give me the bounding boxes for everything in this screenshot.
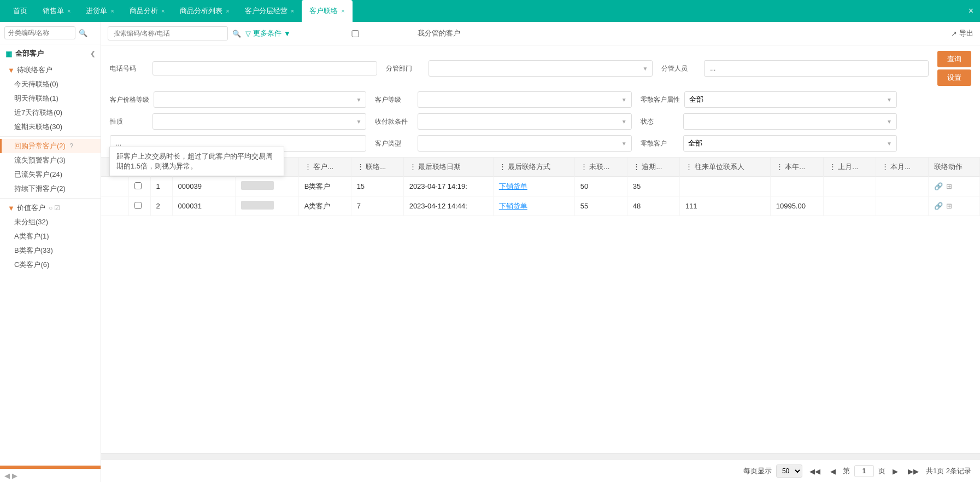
sidebar-item-ungrouped[interactable]: 未分组(32) xyxy=(0,215,101,229)
payment-select[interactable]: ▼ xyxy=(418,113,631,130)
sidebar-search-input[interactable] xyxy=(4,26,75,39)
main-search-input[interactable] xyxy=(108,26,228,40)
page-prev-btn[interactable]: ◀ xyxy=(828,466,838,477)
sidebar-all-customers[interactable]: ▦ 全部客户 ❮ xyxy=(0,44,101,63)
col-this-month[interactable]: ⋮ 本月... xyxy=(876,158,928,177)
chevron-customer-level: ▼ xyxy=(621,97,627,103)
col-type[interactable]: ⋮ 客户... xyxy=(298,158,351,177)
more-conditions-button[interactable]: ▽ 更多条件 ▼ xyxy=(245,28,291,38)
scattered-customer-select[interactable]: 全部 ▼ xyxy=(683,135,897,152)
row1-checkbox-input[interactable] xyxy=(134,182,142,189)
sidebar-collapse-btn[interactable]: ❮ xyxy=(90,50,95,57)
row2-index: 2 xyxy=(150,196,172,216)
sidebar-group-pending-contact[interactable]: ▼ 待联络客户 xyxy=(0,63,101,77)
filter-field-price-level: 客户价格等级 ▼ xyxy=(110,91,366,108)
sidebar-item-7days[interactable]: 近7天待联络(0) xyxy=(0,106,101,120)
nature-select[interactable]: ▼ xyxy=(152,113,366,130)
sidebar-item-today[interactable]: 今天待联络(0) xyxy=(0,77,101,91)
close-tab-purchase[interactable]: × xyxy=(110,8,114,14)
sidebar-item-abnormal[interactable]: 回购异常客户(2) ? xyxy=(0,139,101,153)
sidebar-nav-next[interactable]: ▶ xyxy=(12,472,17,480)
chevron-payment: ▼ xyxy=(621,119,627,125)
row1-grid-icon[interactable]: ⊞ xyxy=(946,182,952,190)
sidebar-group-value-customers[interactable]: ▼ 价值客户 ○ ☑ xyxy=(0,201,101,215)
price-level-select[interactable]: ▼ xyxy=(154,91,366,108)
table-row: 1 000039 B类客户 15 2023-04-17 14:19: 下销货单 … xyxy=(101,177,980,196)
col-this-year[interactable]: ⋮ 本年... xyxy=(770,158,823,177)
row1-checkbox[interactable] xyxy=(128,177,150,196)
tab-sales[interactable]: 销售单 × xyxy=(35,0,78,22)
dept-select[interactable]: ▼ xyxy=(429,60,653,77)
close-tab-sales[interactable]: × xyxy=(67,8,71,14)
tab-product-analysis-list[interactable]: 商品分析列表 × xyxy=(172,0,237,22)
sidebar-item-churned[interactable]: 已流失客户(24) xyxy=(0,167,101,182)
close-tab-product-analysis-list[interactable]: × xyxy=(226,8,229,14)
row2-grid-icon[interactable]: ⊞ xyxy=(946,202,952,210)
col-unit-contact[interactable]: ⋮ 往来单位联系人 xyxy=(679,158,770,177)
status-select[interactable]: ▼ xyxy=(683,113,897,130)
tab-product-analysis[interactable]: 商品分析 × xyxy=(122,0,172,22)
row2-checkbox-input[interactable] xyxy=(134,202,142,209)
sidebar-search-icon[interactable]: 🔍 xyxy=(79,29,87,37)
row1-last-method[interactable]: 下销货单 xyxy=(493,177,574,196)
row2-action-icons: 🔗 ⊞ xyxy=(934,202,974,210)
edit-icons[interactable]: ○ ☑ xyxy=(49,204,61,212)
sidebar-item-tomorrow[interactable]: 明天待联络(1) xyxy=(0,91,101,106)
sidebar-item-class-b[interactable]: B类客户(33) xyxy=(0,243,101,258)
abnormal-info-icon[interactable]: ? xyxy=(69,142,73,150)
tab-home[interactable]: 首页 xyxy=(5,0,35,22)
page-label: 第 xyxy=(843,466,850,476)
person-ellipsis[interactable]: ... xyxy=(704,60,929,77)
main-search-icon[interactable]: 🔍 xyxy=(232,30,241,38)
col-overdue[interactable]: ⋮ 逾期... xyxy=(627,158,679,177)
row1-last-date: 2023-04-17 14:19: xyxy=(403,177,493,196)
close-tab-product-analysis[interactable]: × xyxy=(161,8,165,14)
filter-field-scattered-customer: 零散客户 全部 ▼ xyxy=(641,135,897,152)
my-customers-checkbox[interactable] xyxy=(295,30,415,37)
col-last-date[interactable]: ⋮ 最后联络日期 xyxy=(403,158,493,177)
col-last-method[interactable]: ⋮ 最后联络方式 xyxy=(493,158,574,177)
row2-last-method[interactable]: 下销货单 xyxy=(493,196,574,216)
chevron-price-level: ▼ xyxy=(356,97,361,103)
horizontal-scrollbar[interactable] xyxy=(101,453,980,460)
close-window-button[interactable]: × xyxy=(969,6,973,16)
row1-link-icon[interactable]: 🔗 xyxy=(934,182,943,190)
tab-customer-management[interactable]: 客户分层经营 × xyxy=(237,0,302,22)
customer-type-select[interactable]: ▼ xyxy=(418,135,631,152)
sidebar-item-declining[interactable]: 持续下滑客户(2) xyxy=(0,182,101,196)
row2-name xyxy=(236,196,299,216)
sidebar-item-overdue-contact[interactable]: 逾期未联络(30) xyxy=(0,120,101,134)
col-contact[interactable]: ⋮ 联络... xyxy=(351,158,403,177)
page-next-btn[interactable]: ▶ xyxy=(890,466,901,477)
filter-field-person: 分管人员 ... xyxy=(661,60,929,77)
close-tab-customer-management[interactable]: × xyxy=(291,8,294,14)
scattered-attr-select[interactable]: 全部 ▼ xyxy=(684,91,897,108)
row2-checkbox[interactable] xyxy=(128,196,150,216)
page-number-input[interactable] xyxy=(854,465,874,477)
tab-customer-contact[interactable]: 客户联络 × xyxy=(302,0,352,22)
sidebar-nav-prev[interactable]: ◀ xyxy=(4,472,10,480)
phone-input[interactable] xyxy=(152,61,377,76)
row2-this-year: 10995.00 xyxy=(770,196,823,216)
row2-link-icon[interactable]: 🔗 xyxy=(934,202,943,210)
table-row: 2 000031 A类客户 7 2023-04-12 14:44: 下销货单 5… xyxy=(101,196,980,216)
row1-contact: 15 xyxy=(351,177,403,196)
tab-purchase[interactable]: 进货单 × xyxy=(78,0,121,22)
main-layout: 🔍 ▦ 全部客户 ❮ ▼ 待联络客户 今天待联络(0) 明天待联络(1) 近7天… xyxy=(0,22,980,482)
page-first-btn[interactable]: ◀◀ xyxy=(807,466,823,477)
per-page-select[interactable]: 50 xyxy=(776,464,802,478)
query-button[interactable]: 查询 xyxy=(937,51,971,67)
col-last-month[interactable]: ⋮ 上月... xyxy=(823,158,876,177)
customer-level-select[interactable]: ▼ xyxy=(418,91,631,108)
col-not-contacted[interactable]: ⋮ 未联... xyxy=(574,158,627,177)
setting-button[interactable]: 设置 xyxy=(937,69,971,86)
my-customers-checkbox-label[interactable]: 我分管的客户 xyxy=(295,28,460,38)
sidebar-item-class-a[interactable]: A类客户(1) xyxy=(0,229,101,243)
sidebar-item-class-c[interactable]: C类客户(6) xyxy=(0,258,101,272)
row1-type: B类客户 xyxy=(298,177,351,196)
page-last-btn[interactable]: ▶▶ xyxy=(905,466,922,477)
row1-code: 000039 xyxy=(172,177,236,196)
close-tab-customer-contact[interactable]: × xyxy=(341,8,344,14)
export-button[interactable]: ↗ 导出 xyxy=(951,28,973,38)
sidebar-item-churn-warning[interactable]: 流失预警客户(3) xyxy=(0,153,101,167)
